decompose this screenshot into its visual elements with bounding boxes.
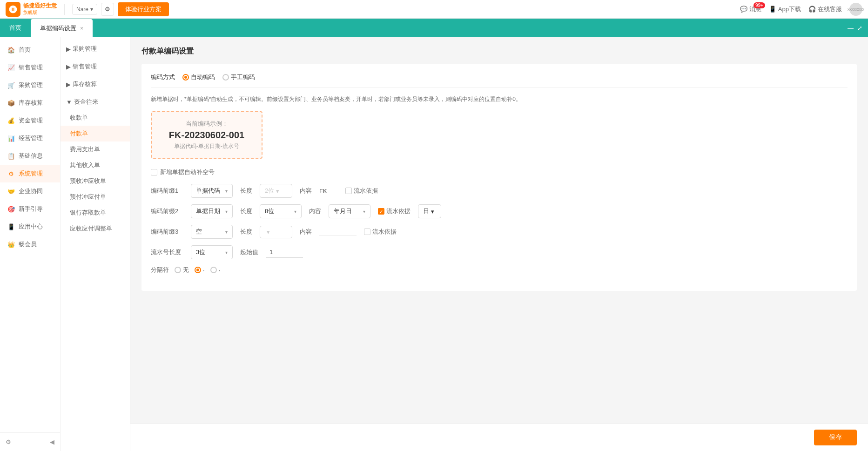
sep-none-radio[interactable]: 无 xyxy=(175,266,189,274)
prefix3-value: 空 xyxy=(196,228,202,236)
sub-item-payment[interactable]: 付款单 xyxy=(61,126,130,141)
sidebar-item-finance[interactable]: 💰 资金管理 xyxy=(0,112,60,129)
prefix2-length-select[interactable]: 8位 ▾ xyxy=(260,204,302,218)
chevron-right-icon: ▶ xyxy=(66,46,71,53)
auto-code-radio-dot xyxy=(184,76,187,79)
finance-icon: 💰 xyxy=(7,117,15,124)
prefix1-length-select[interactable]: 2位 ▾ xyxy=(260,184,292,198)
basic-icon: 📋 xyxy=(7,152,15,160)
prefix1-content-label: 内容 xyxy=(300,187,312,195)
coding-method-radio-group: 自动编码 手工编码 xyxy=(182,73,255,81)
sidebar-item-purchase-label: 采购管理 xyxy=(19,81,43,89)
sub-group-inventory-title[interactable]: ▶ 库存核算 xyxy=(61,76,130,92)
sep-dot2-radio-circle xyxy=(210,267,217,273)
sidebar-item-sales[interactable]: 📈 销售管理 xyxy=(0,59,60,76)
content: 付款单编码设置 编码方式 自动编码 xyxy=(130,37,868,451)
sub-item-bank-deposit[interactable]: 银行存取款单 xyxy=(61,205,130,221)
tab-close-icon[interactable]: × xyxy=(80,25,83,32)
logo-icon xyxy=(6,2,20,17)
sub-item-receipt[interactable]: 收款单 xyxy=(61,110,130,126)
sub-item-other-income[interactable]: 其他收入单 xyxy=(61,157,130,173)
config-row-prefix3: 编码前缀3 空 ▾ 长度 ▾ 内容 流水依据 xyxy=(151,225,848,239)
topbar-left: 畅捷通好生意 旗舰版 Nare ▾ ⚙ 体验行业方案 xyxy=(6,2,169,17)
prefix2-length-value: 8位 xyxy=(265,207,274,215)
logo-text-wrap: 畅捷通好生意 旗舰版 xyxy=(23,2,57,15)
prefix1-stream-checkbox-box xyxy=(345,188,352,194)
sidebar-item-basic[interactable]: 📋 基础信息 xyxy=(0,147,60,165)
sidebar-item-enterprise[interactable]: 🤝 企业协同 xyxy=(0,182,60,200)
separator-label: 分隔符 xyxy=(151,266,169,274)
sub-group-purchase-title[interactable]: ▶ 采购管理 xyxy=(61,41,130,57)
page-title: 付款单编码设置 xyxy=(141,47,857,56)
sidebar-item-operations[interactable]: 📊 经营管理 xyxy=(0,129,60,147)
manual-code-radio[interactable]: 手工编码 xyxy=(222,73,255,81)
online-service-button[interactable]: 🎧 在线客服 xyxy=(808,5,842,13)
auto-fill-checkbox-row[interactable]: 新增单据自动补空号 xyxy=(151,168,848,176)
sidebar-item-operations-label: 经营管理 xyxy=(19,134,43,142)
prefix3-stream-checkbox[interactable]: 流水依据 xyxy=(364,228,397,236)
coding-method-label: 编码方式 xyxy=(151,73,175,81)
sub-item-advance-recv[interactable]: 预收冲应收单 xyxy=(61,173,130,189)
sub-group-sales-label: 销售管理 xyxy=(73,62,97,71)
serial-row: 流水号长度 3位 ▾ 起始值 1 xyxy=(151,245,848,259)
sidebar-item-member[interactable]: 👑 畅会员 xyxy=(0,236,60,253)
prefix3-length-select[interactable]: ▾ xyxy=(260,226,292,238)
sidebar-settings-button[interactable]: ⚙ xyxy=(4,437,13,447)
tab-home[interactable]: 首页 xyxy=(0,19,31,37)
topbar-dropdown[interactable]: Nare ▾ xyxy=(72,4,97,15)
topbar-right: 💬 消息 99+ 📱 App下载 🎧 在线客服 xxxxxxxx xyxy=(740,3,862,16)
prefix2-stream-checkbox[interactable]: ✓ 流水依据 xyxy=(378,207,410,215)
purchase-icon: 🛒 xyxy=(7,81,15,89)
prefix1-select[interactable]: 单据代码 ▾ xyxy=(191,184,233,198)
guide-icon: 🎯 xyxy=(7,205,15,213)
serial-length-select[interactable]: 3位 ▾ xyxy=(191,245,233,259)
sidebar-item-system[interactable]: ⚙ 系统管理 xyxy=(0,165,60,182)
prefix3-length-label: 长度 xyxy=(240,228,252,236)
start-value: 1 xyxy=(269,249,273,256)
checkmark-icon: ✓ xyxy=(379,209,383,214)
sep-dot-radio[interactable]: · xyxy=(195,267,205,274)
sidebar-item-home[interactable]: 🏠 首页 xyxy=(0,41,60,59)
coding-method-row: 编码方式 自动编码 手工编码 xyxy=(151,73,848,88)
prefix3-select[interactable]: 空 ▾ xyxy=(191,225,233,239)
sub-group-sales-title[interactable]: ▶ 销售管理 xyxy=(61,59,130,74)
start-value-input[interactable]: 1 xyxy=(266,247,303,258)
sidebar-item-inventory[interactable]: 📦 库存核算 xyxy=(0,94,60,112)
prefix1-length-arrow-icon: ▾ xyxy=(276,188,279,195)
auto-fill-checkbox[interactable] xyxy=(151,169,157,175)
apps-icon: 📱 xyxy=(7,223,15,230)
prefix2-day-select[interactable]: 日 ▾ xyxy=(418,204,441,218)
prefix2-stream-checkbox-box: ✓ xyxy=(378,208,384,215)
message-button[interactable]: 💬 消息 99+ xyxy=(740,5,761,13)
sidebar-item-purchase[interactable]: 🛒 采购管理 xyxy=(0,76,60,94)
sep-dot2-radio[interactable]: · xyxy=(210,267,221,274)
sub-group-finance-title[interactable]: ▼ 资金往来 xyxy=(61,94,130,110)
sidebar-menu: 🏠 首页 📈 销售管理 🛒 采购管理 📦 库存核算 💰 资金管理 📊 经 xyxy=(0,37,60,432)
maximize-icon[interactable]: ⤢ xyxy=(857,25,862,32)
logo-area: 畅捷通好生意 旗舰版 xyxy=(6,2,57,17)
app-download-button[interactable]: 📱 App下载 xyxy=(769,5,801,13)
prefix2-select[interactable]: 单据日期 ▾ xyxy=(191,204,233,218)
minimize-icon[interactable]: — xyxy=(848,25,854,32)
service-icon: 🎧 xyxy=(808,6,816,13)
settings-gear-button[interactable]: ⚙ xyxy=(101,3,114,16)
sub-group-inventory: ▶ 库存核算 xyxy=(61,76,130,92)
user-avatar[interactable]: xxxxxxxx xyxy=(849,3,862,16)
sidebar-item-guide[interactable]: 🎯 新手引导 xyxy=(0,200,60,218)
sidebar-collapse-button[interactable]: ◀ xyxy=(48,437,56,447)
message-badge: 99+ xyxy=(754,2,765,8)
sub-item-advance-pay[interactable]: 预付冲应付单 xyxy=(61,189,130,205)
prefix2-content-select[interactable]: 年月日 ▾ xyxy=(329,204,370,218)
prefix1-stream-checkbox[interactable]: 流水依据 xyxy=(345,187,378,195)
tab-code-setting[interactable]: 单据编码设置 × xyxy=(31,19,93,38)
config-row-prefix2: 编码前缀2 单据日期 ▾ 长度 8位 ▾ 内容 年月日 ▾ xyxy=(151,204,848,218)
sep-dot-radio-circle xyxy=(195,267,201,273)
save-button[interactable]: 保存 xyxy=(814,430,857,445)
sub-item-ar-ap-adjust[interactable]: 应收应付调整单 xyxy=(61,221,130,236)
auto-code-radio[interactable]: 自动编码 xyxy=(182,73,215,81)
sidebar-item-finance-label: 资金管理 xyxy=(19,116,43,125)
sidebar-item-apps[interactable]: 📱 应用中心 xyxy=(0,218,60,236)
topbar: 畅捷通好生意 旗舰版 Nare ▾ ⚙ 体验行业方案 💬 消息 99+ 📱 Ap… xyxy=(0,0,868,19)
trial-button[interactable]: 体验行业方案 xyxy=(118,2,169,16)
sub-item-expense[interactable]: 费用支出单 xyxy=(61,141,130,157)
